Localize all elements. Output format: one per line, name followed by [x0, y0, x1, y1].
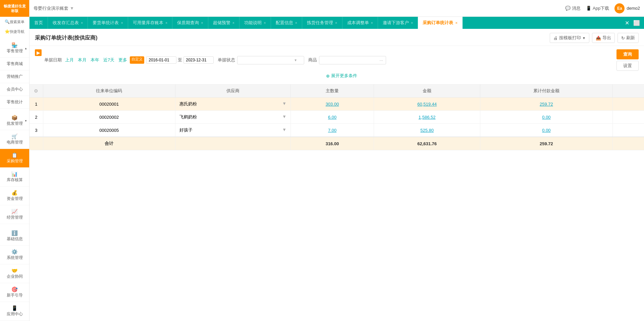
goods-more-icon[interactable]: ··· — [379, 58, 383, 63]
tab-overstock[interactable]: 超储预警× — [208, 17, 239, 29]
tab-close-func-desc[interactable]: × — [264, 21, 266, 25]
tab-close-pick-task[interactable]: × — [335, 21, 337, 25]
sidebar-item-wholesale[interactable]: 📦 批发管理 — [0, 111, 29, 130]
table-area: ⚙ 往来单位编码 供应商 主数量 金额 累计付款金额 1 00020001 惠氏… — [30, 85, 644, 321]
tab-close-demand[interactable]: × — [121, 21, 123, 25]
tab-receivable[interactable]: 收发存汇总表× — [48, 17, 88, 29]
tab-pick-task[interactable]: 拣货任务管理× — [302, 17, 342, 29]
sidebar-item-finance[interactable]: 💰 资金管理 — [0, 186, 29, 205]
topbar-user[interactable]: Ea demo2 — [614, 3, 640, 13]
column-settings-icon[interactable]: ⚙ — [34, 88, 38, 94]
query-button[interactable]: 查询 — [616, 49, 639, 59]
date-to-input[interactable] — [183, 56, 214, 64]
print-icon: 🖨 — [553, 36, 558, 41]
row-amount[interactable]: 525.80 — [374, 124, 480, 137]
filter-toggle-button[interactable]: ▶ — [35, 49, 42, 56]
tab-close-inventory-book[interactable]: × — [165, 21, 167, 25]
col-paid-header: 累计付款金额 — [480, 85, 612, 98]
sidebar-item-member[interactable]: 会员中心 — [0, 83, 29, 96]
tab-inventory-book[interactable]: 可用量库存账本× — [128, 17, 172, 29]
supplier-expand-icon[interactable]: ▼ — [282, 114, 286, 119]
sidebar-item-inventory[interactable]: 📊 库存核算 — [0, 168, 29, 186]
breadcrumb-arrow[interactable]: ▼ — [70, 6, 74, 11]
export-button[interactable]: 📤 导出 — [592, 33, 615, 43]
row-qty[interactable]: 7.00 — [291, 124, 374, 137]
shortcut-7days[interactable]: 近7天 — [102, 56, 116, 64]
expand-icon: ⊕ — [326, 73, 330, 78]
sidebar-item-retail-mall[interactable]: 零售商城 — [0, 58, 29, 70]
sidebar-item-basic[interactable]: ℹ️ 基础信息 — [0, 227, 29, 246]
row-paid[interactable]: 0.00 — [480, 124, 612, 137]
page-header: 采购订单统计表(按供应商) 🖨 按模板打印 ▼ 📤 导出 ↻ 刷新 — [30, 29, 644, 46]
row-qty[interactable]: 6.00 — [291, 111, 374, 124]
row-code: 00020001 — [43, 98, 175, 111]
window-maximize-btn[interactable]: ⬜ — [632, 19, 641, 27]
sidebar-item-ecommerce[interactable]: 🛒 电商管理 — [0, 130, 29, 149]
tab-purchase-stats[interactable]: 采购订单统计表× — [418, 17, 462, 29]
tab-invite[interactable]: 邀请下游客户× — [378, 17, 418, 29]
msg-icon: 💬 — [565, 6, 571, 11]
row-amount[interactable]: 1,586.52 — [374, 111, 480, 124]
tab-close-config[interactable]: × — [295, 21, 297, 25]
row-supplier: 惠氏奶粉 ▼ — [175, 98, 290, 111]
breadcrumb: 母婴行业演示账套 ▼ — [34, 5, 565, 11]
retail-icon: 🏪 — [11, 42, 18, 48]
topbar-app-btn[interactable]: 📱 App下载 — [586, 5, 609, 11]
sidebar-item-newguide[interactable]: 🎯 新手引导 — [0, 283, 29, 302]
expand-more-conditions[interactable]: ⊕ 展开更多条件 — [44, 71, 639, 81]
shortcut-last-month[interactable]: 上月 — [64, 56, 75, 64]
tab-func-desc[interactable]: 功能说明× — [239, 17, 271, 29]
row-paid[interactable]: 0.00 — [480, 111, 612, 124]
print-button[interactable]: 🖨 按模板打印 ▼ — [550, 33, 589, 43]
col-extra — [612, 85, 644, 98]
tab-config[interactable]: 配置信息× — [271, 17, 302, 29]
status-select[interactable] — [240, 58, 294, 63]
date-shortcuts: 上月 本月 本年 近7天 更多 自定义 — [64, 56, 144, 64]
refresh-button[interactable]: ↻ 刷新 — [618, 33, 639, 43]
sidebar-item-purchase[interactable]: 📋 采购管理 — [0, 149, 29, 168]
tab-home[interactable]: 首页 — [30, 17, 48, 29]
tabbar: 首页 收发存汇总表× 要货单统计表× 可用量库存账本× 保质期查询× 超储预警×… — [30, 17, 644, 29]
window-close-btn[interactable]: ✕ — [624, 19, 631, 27]
row-num: 3 — [30, 124, 43, 137]
sidebar-item-enterprise[interactable]: 🤝 企业协同 — [0, 264, 29, 283]
topbar-msg-btn[interactable]: 💬 消息 — [565, 5, 581, 11]
sidebar-item-search[interactable]: 🔍 搜索菜单 — [0, 17, 29, 26]
tab-close-invite[interactable]: × — [411, 21, 413, 25]
col-settings: ⚙ — [30, 85, 43, 98]
tab-close-expiry[interactable]: × — [201, 21, 203, 25]
sidebar-item-system[interactable]: ⚙️ 系统管理 — [0, 246, 29, 264]
table-row: 3 00020005 好孩子 ▼ 7.00 525.80 0.00 — [30, 124, 644, 137]
shortcut-more[interactable]: 更多 — [117, 56, 128, 64]
sidebar-item-marketing[interactable]: 营销推广 — [0, 70, 29, 83]
supplier-expand-icon[interactable]: ▼ — [282, 101, 286, 106]
sidebar: 畅捷通好生意 标版 🔍 搜索菜单 ⭐ 快捷导航 🏪 零售管理 零售商城 营销推广… — [0, 0, 30, 321]
row-paid[interactable]: 259.72 — [480, 98, 612, 111]
footer-paid: 259.72 — [480, 137, 612, 150]
goods-input[interactable] — [322, 58, 379, 63]
supplier-expand-icon[interactable]: ▼ — [282, 127, 286, 132]
sidebar-item-appcenter[interactable]: 📱 应用中心 — [0, 302, 29, 321]
date-from-input[interactable] — [146, 56, 176, 64]
operation-icon: 📈 — [11, 209, 18, 215]
tab-close-cost-adj[interactable]: × — [371, 21, 373, 25]
search-icon: 🔍 — [5, 19, 10, 24]
tab-close-purchase-stats[interactable]: × — [455, 21, 457, 25]
row-qty[interactable]: 303.00 — [291, 98, 374, 111]
shortcut-this-month[interactable]: 本月 — [76, 56, 88, 64]
sidebar-item-quicknav[interactable]: ⭐ 快捷导航 — [0, 26, 29, 36]
sidebar-item-operation[interactable]: 📈 经营管理 — [0, 205, 29, 224]
settings-button[interactable]: 设置 — [616, 61, 639, 71]
row-amount[interactable]: 60,519.44 — [374, 98, 480, 111]
tab-demand[interactable]: 要货单统计表× — [88, 17, 128, 29]
sidebar-item-retail-stats[interactable]: 零售统计 — [0, 96, 29, 109]
logo-text: 畅捷通好生意 标版 — [4, 4, 26, 13]
tab-close-overstock[interactable]: × — [232, 21, 234, 25]
tab-close-receivable[interactable]: × — [81, 21, 83, 25]
shortcut-this-year[interactable]: 本年 — [89, 56, 101, 64]
tab-expiry[interactable]: 保质期查询× — [172, 17, 208, 29]
sidebar-item-retail[interactable]: 🏪 零售管理 — [0, 39, 29, 58]
row-code: 00020002 — [43, 111, 175, 124]
footer-qty: 316.00 — [291, 137, 374, 150]
tab-cost-adj[interactable]: 成本调整单× — [342, 17, 378, 29]
